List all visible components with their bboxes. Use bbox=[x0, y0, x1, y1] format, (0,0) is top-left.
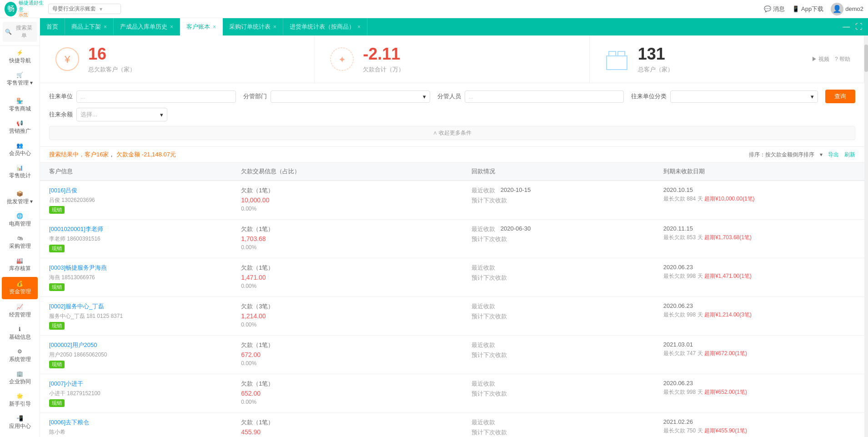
customer-info-5: [000002]用户2050 用户2050 18665062050 现销 bbox=[49, 341, 241, 368]
sidebar: 🔍 搜索菜单 ⚡ 快捷导航 🛒 零售管理 ▾ 🏪 零售商城 📢 营销推广 bbox=[0, 18, 40, 437]
tab-inbound-stats[interactable]: 进货单统计表（按商品） × bbox=[283, 18, 367, 35]
debt-amount-7: 455.90 bbox=[241, 428, 472, 436]
overdue-link-5[interactable]: 超期¥672.00(1笔) bbox=[704, 350, 747, 357]
debt-ratio-1: 0.00% bbox=[241, 206, 472, 212]
sidebar-item-retail-mgmt[interactable]: 🛒 零售管理 ▾ bbox=[0, 68, 40, 90]
sidebar-item-newbie[interactable]: 🌟 新手引导 bbox=[0, 389, 40, 412]
customer-name-3[interactable]: [0003]畅捷服务尹海燕 bbox=[49, 264, 241, 272]
debt-amount-4: 1,214.00 bbox=[241, 312, 472, 320]
svg-rect-4 bbox=[607, 56, 627, 70]
scrollbar[interactable] bbox=[864, 35, 868, 437]
tab-home[interactable]: 首页 bbox=[40, 18, 65, 35]
unit-category-select[interactable]: ▾ bbox=[670, 90, 818, 103]
sidebar-item-corp-wechat[interactable]: 💬 企业微信 bbox=[0, 434, 40, 437]
debt-info-6: 欠款（1笔） 652.00 0.00% bbox=[241, 380, 472, 407]
tab-close-customer-account[interactable]: × bbox=[213, 24, 216, 30]
app-download-btn[interactable]: 📱 App下载 bbox=[792, 5, 823, 13]
customer-name-5[interactable]: [000002]用户2050 bbox=[49, 341, 241, 349]
customer-tag-2: 现销 bbox=[49, 245, 65, 252]
tab-product-status[interactable]: 商品上下架 × bbox=[65, 18, 114, 35]
sidebar-item-batch-mgmt[interactable]: 📦 批发管理 ▾ bbox=[0, 187, 40, 209]
debt-count-1: 欠款（1笔） bbox=[241, 186, 472, 195]
svg-rect-6 bbox=[618, 51, 625, 56]
customer-name-7[interactable]: [0006]去下粮仓 bbox=[49, 418, 241, 427]
customer-name-4[interactable]: [0002]服务中心_丁磊 bbox=[49, 302, 241, 311]
sidebar-item-system[interactable]: ⚙ 系统管理 bbox=[0, 345, 40, 367]
sidebar-item-inventory[interactable]: 🏭 库存核算 bbox=[0, 254, 40, 276]
customer-tag-6: 现销 bbox=[49, 399, 65, 407]
due-info-7: 2021.02.26 最长欠款 750 天 超期¥455.90(1笔) bbox=[663, 418, 855, 437]
customer-phone-7: 陈小希 bbox=[49, 428, 241, 436]
customer-name-1[interactable]: [0016]吕俊 bbox=[49, 186, 241, 195]
top-bar-right: 💬 消息 📱 App下载 👤 demo2 bbox=[764, 3, 863, 15]
due-info-3: 2020.06.23 最长欠款 998 天 超期¥1,471.00(1笔) bbox=[663, 264, 855, 291]
overdue-link-7[interactable]: 超期¥455.90(1笔) bbox=[704, 427, 747, 434]
overdue-link-2[interactable]: 超期¥1,703.68(1笔) bbox=[704, 234, 752, 241]
sidebar-item-enterprise[interactable]: 🏢 企业协同 bbox=[0, 367, 40, 389]
sort-arrow-icon[interactable]: ▾ bbox=[820, 151, 823, 158]
user-menu[interactable]: 👤 demo2 bbox=[831, 3, 863, 15]
sidebar-item-retail-stats[interactable]: 📊 零售统计 bbox=[0, 161, 40, 183]
debt-count-2: 欠款（1笔） bbox=[241, 225, 472, 233]
query-button[interactable]: 查询 bbox=[825, 90, 855, 103]
tab-purchase-stats[interactable]: 采购订单统计表 × bbox=[223, 18, 283, 35]
recovery-info-4: 最近收款 预计下次收款 bbox=[472, 302, 663, 330]
message-btn[interactable]: 💬 消息 bbox=[764, 5, 785, 13]
stat-number-total-customers: 131 bbox=[638, 45, 673, 64]
sidebar-item-ecommerce[interactable]: 🌐 电商管理 bbox=[0, 209, 40, 231]
customer-name-2[interactable]: [0001020001]李老师 bbox=[49, 225, 241, 233]
tab-close-purchase-stats[interactable]: × bbox=[273, 24, 276, 30]
stat-card-total-customers: 131 总客户（家） ▶ 视频 ? 帮助 bbox=[590, 35, 864, 83]
svg-text:¥: ¥ bbox=[64, 54, 70, 65]
customer-info-6: [0007]小进干 小进干 18279152100 现销 bbox=[49, 380, 241, 407]
sidebar-item-quick-nav[interactable]: ⚡ 快捷导航 bbox=[0, 46, 40, 68]
overdue-link-3[interactable]: 超期¥1,471.00(1笔) bbox=[704, 273, 752, 279]
tab-close-production-history[interactable]: × bbox=[170, 24, 173, 30]
debt-info-7: 欠款（1笔） 455.90 0.00% bbox=[241, 418, 472, 437]
sidebar-item-member-center[interactable]: 👥 会员中心 bbox=[0, 139, 40, 161]
customer-phone-3: 海燕 18513066976 bbox=[49, 274, 241, 281]
sidebar-search: 🔍 搜索菜单 bbox=[0, 18, 40, 46]
sidebar-item-app-center[interactable]: 📲 应用中心 bbox=[0, 412, 40, 434]
newbie-icon: 🌟 bbox=[3, 393, 37, 399]
sidebar-item-basic-info[interactable]: ℹ 基础信息 bbox=[0, 322, 40, 345]
customer-name-6[interactable]: [0007]小进干 bbox=[49, 380, 241, 388]
tab-customer-account[interactable]: 客户账本 × bbox=[180, 18, 223, 35]
logo: 畅 畅捷通好生意 示范 bbox=[5, 0, 45, 17]
collapse-bar[interactable]: ∧ 收起更多条件 bbox=[49, 126, 855, 140]
company-selector[interactable]: 母婴行业演示账套 ▾ bbox=[48, 4, 121, 14]
sidebar-item-operation[interactable]: 📈 经营管理 bbox=[0, 300, 40, 322]
dept-select[interactable]: ▾ bbox=[271, 90, 430, 103]
export-btn[interactable]: 导出 bbox=[828, 151, 839, 159]
tab-close-inbound-stats[interactable]: × bbox=[357, 24, 361, 30]
help-btn[interactable]: ? 帮助 bbox=[835, 55, 850, 63]
customer-tag-5: 现销 bbox=[49, 361, 65, 368]
debt-amount-2: 1,703.68 bbox=[241, 235, 472, 242]
from-unit-input[interactable]: ... bbox=[76, 90, 236, 103]
app-center-icon: 📲 bbox=[3, 415, 37, 422]
overdue-link-1[interactable]: 超期¥10,000.00(1笔) bbox=[704, 196, 755, 202]
debt-amount-3: 1,471.00 bbox=[241, 274, 472, 281]
scrollbar-thumb[interactable] bbox=[864, 45, 868, 72]
person-input[interactable]: ... bbox=[465, 90, 624, 103]
debt-info-5: 欠款（1笔） 672.00 0.00% bbox=[241, 341, 472, 368]
refresh-btn[interactable]: 刷新 bbox=[844, 151, 855, 159]
sidebar-item-marketing[interactable]: 📢 营销推广 bbox=[0, 116, 40, 139]
balance-select[interactable]: 选择... ▾ bbox=[76, 108, 167, 121]
sidebar-item-finance[interactable]: 💰 资金管理 bbox=[2, 277, 38, 299]
overdue-link-6[interactable]: 超期¥652.00(1笔) bbox=[704, 389, 747, 395]
debt-count-4: 欠款（3笔） bbox=[241, 302, 472, 311]
avatar: 👤 bbox=[831, 3, 843, 15]
tab-close-product-status[interactable]: × bbox=[104, 24, 107, 30]
tab-production-history[interactable]: 产成品入库单历史 × bbox=[114, 18, 180, 35]
customer-tag-4: 现销 bbox=[49, 322, 65, 330]
search-menu-btn[interactable]: 🔍 搜索菜单 bbox=[3, 22, 37, 42]
tab-minimize-btn[interactable]: — bbox=[841, 22, 852, 32]
tab-maximize-btn[interactable]: ⛶ bbox=[853, 22, 864, 32]
sidebar-item-retail-mall[interactable]: 🏪 零售商城 bbox=[0, 94, 40, 116]
sidebar-item-purchase[interactable]: 🛍 采购管理 bbox=[0, 231, 40, 254]
customer-phone-1: 吕俊 13026203696 bbox=[49, 196, 241, 204]
customer-phone-4: 服务中心_丁磊 181 0125 8371 bbox=[49, 312, 241, 320]
overdue-link-4[interactable]: 超期¥1,214.00(3笔) bbox=[704, 311, 752, 318]
video-btn[interactable]: ▶ 视频 bbox=[812, 55, 829, 63]
